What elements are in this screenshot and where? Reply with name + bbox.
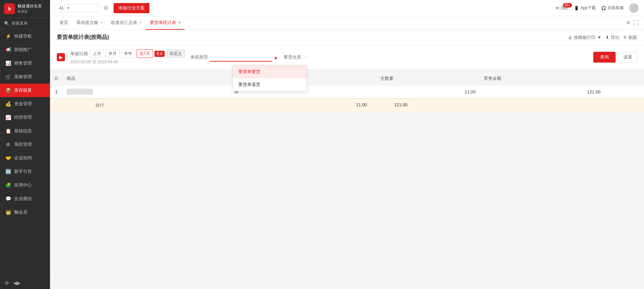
warehouse-dots-icon[interactable]: ···: [305, 54, 309, 60]
sidebar-item-basics[interactable]: 📋 基础信息: [0, 124, 50, 138]
tab-inventory-ledger-close[interactable]: ×: [100, 20, 103, 25]
query-button[interactable]: 查询: [593, 52, 616, 63]
filter-bar: ▶ 单据日期 上月 本月 本年 近7天 更多 自定义 2023-05-06 至 …: [50, 45, 644, 69]
col-settings: ⚙: [50, 72, 63, 85]
app-download-label: App下载: [580, 5, 596, 11]
tab-summary[interactable]: 收发存汇总表 ×: [107, 16, 146, 30]
filter-date-group: 单据日期 上月 本月 本年 近7天 更多 自定义 2023-05-06 至 20…: [70, 49, 185, 65]
data-table: ⚙ 商品 主计量单位 主数量 零售金额 1 商品名称信息: [50, 72, 644, 98]
table-row: 1 商品名称信息 块 11.00 121.00: [50, 85, 644, 98]
row-product: 商品名称信息: [63, 85, 230, 98]
filter-expand-button[interactable]: ▶: [57, 53, 65, 61]
sidebar-item-quick-nav[interactable]: ⚡ 快捷导航: [0, 29, 50, 43]
settings-bottom-icon[interactable]: ⚙: [5, 280, 9, 286]
sidebar-item-vip[interactable]: 👑 畅会员: [0, 205, 50, 219]
tab-inventory-ledger[interactable]: 库存批次账 ×: [72, 16, 107, 30]
main-area: 41 ▼ ⚙ 体验行业方案 ✉ 消息 99+ 📱 App下载 🎧 在线客服: [50, 0, 644, 289]
app-logo-icon: b: [4, 3, 15, 14]
type-filter-group: 单据类型 ▲: [190, 53, 278, 62]
date-more-tag[interactable]: 更多: [154, 51, 165, 57]
table-wrap: ⚙ 商品 主计量单位 主数量 零售金额 1 商品名称信息: [50, 72, 644, 98]
tabs-bar: 首页 库存批次账 × 收发存汇总表 × 要货单统计表 × ✕ ⛶: [50, 16, 644, 30]
date-btn-this-month[interactable]: 本月: [105, 49, 120, 58]
footer-label: 合计: [68, 102, 297, 108]
promo-button[interactable]: 体验行业方案: [114, 3, 149, 13]
date-btn-last-7[interactable]: 近7天: [137, 49, 153, 58]
tab-order-stats-label: 要货单统计表: [150, 20, 176, 26]
setting-button[interactable]: 设置: [618, 52, 637, 63]
sidebar-item-purchase[interactable]: 🛒 采购管理: [0, 70, 50, 84]
app-download-action[interactable]: 📱 App下载: [574, 5, 596, 11]
app-download-icon: 📱: [574, 6, 579, 10]
tab-order-stats-close[interactable]: ×: [178, 20, 181, 25]
sidebar-item-weixin[interactable]: 💬 企业微信: [0, 192, 50, 205]
sidebar-bottom-icons: ⚙ ◀▶: [5, 280, 21, 286]
topbar-right: ✉ 消息 99+ 📱 App下载 🎧 在线客服: [556, 3, 639, 13]
user-avatar[interactable]: [629, 3, 639, 13]
warehouse-filter-label: 要货仓库: [284, 54, 301, 60]
col-product: 商品: [63, 72, 230, 85]
page-content: 要货单统计表(按商品) 🖨 按模板打印 ▼ ⬇ 导出 ↻ 刷新 ▶: [50, 30, 644, 289]
sidebar-item-inventory[interactable]: 📦 库存核算: [0, 84, 50, 97]
sidebar-item-newbie[interactable]: 🆕 新手引导: [0, 165, 50, 178]
tab-inventory-ledger-label: 库存批次账: [76, 20, 98, 26]
sidebar-logo: b 畅捷通好生意 标准版: [0, 0, 50, 18]
date-custom-button[interactable]: 自定义: [167, 49, 185, 58]
sidebar-bottom: ⚙ ◀▶: [0, 276, 50, 289]
sidebar-item-system[interactable]: ⚙ 系统管理: [0, 138, 50, 151]
tab-order-stats[interactable]: 要货单统计表 ×: [146, 16, 185, 30]
sidebar-item-appstore[interactable]: 🧩 应用中心: [0, 178, 50, 192]
export-action[interactable]: ⬇ 导出: [605, 35, 619, 41]
tab-summary-close[interactable]: ×: [139, 20, 142, 25]
sidebar-item-collab[interactable]: 🤝 企业协同: [0, 151, 50, 165]
type-chevron-icon[interactable]: ▲: [273, 54, 278, 60]
footer-unit-empty: [297, 102, 337, 108]
type-filter-label: 单据类型: [190, 54, 208, 60]
dropdown-item-order-request[interactable]: 要货单要货: [233, 65, 307, 78]
type-input[interactable]: [210, 53, 272, 62]
online-service-label: 在线客服: [607, 5, 624, 11]
search-menu-item[interactable]: 🔍 搜索菜单: [0, 18, 50, 29]
tab-summary-label: 收发存汇总表: [111, 20, 137, 26]
page-header-actions: 🖨 按模板打印 ▼ ⬇ 导出 ↻ 刷新: [568, 35, 637, 45]
refresh-icon: ↻: [623, 35, 627, 40]
weixin-icon: 💬: [5, 195, 11, 202]
date-filter-label: 单据日期: [70, 51, 88, 57]
close-window-icon[interactable]: ✕: [626, 20, 630, 26]
type-selector-wrap: ▲: [210, 53, 278, 62]
date-btn-this-year[interactable]: 本年: [121, 49, 135, 58]
date-range-display: 2023-05-06 至 2023-06-06: [70, 59, 185, 65]
refresh-action[interactable]: ↻ 刷新: [623, 35, 637, 41]
print-action[interactable]: 🖨 按模板打印 ▼: [568, 35, 601, 41]
row-qty: 11.00: [376, 85, 480, 98]
export-icon: ⬇: [605, 35, 609, 40]
message-action[interactable]: ✉ 消息 99+: [556, 5, 569, 11]
dropdown-item-order-return[interactable]: 要货单退货: [233, 78, 307, 91]
sidebar-item-finance[interactable]: 💰 资金管理: [0, 97, 50, 111]
message-badge: 99+: [563, 3, 572, 7]
nav-list: ⚡ 快捷导航 📢 营销推广 📊 销售管理 🛒 采购管理 📦 库存核算 💰 资金管…: [0, 29, 50, 276]
print-icon: 🖨: [568, 35, 572, 40]
date-btn-last-month[interactable]: 上月: [90, 49, 104, 58]
online-service-action[interactable]: 🎧 在线客服: [601, 5, 624, 11]
table-gear-icon[interactable]: ⚙: [54, 75, 58, 82]
topbar-left: 41 ▼ ⚙ 体验行业方案: [55, 3, 149, 13]
sidebar-item-operations[interactable]: 📈 经营管理: [0, 111, 50, 124]
sidebar-item-marketing[interactable]: 📢 营销推广: [0, 43, 50, 57]
warehouse-filter-group: 要货仓库 ···: [284, 54, 309, 60]
footer-empty: [54, 102, 68, 108]
row-num: 1: [50, 85, 63, 98]
collapse-icon[interactable]: ◀▶: [13, 280, 21, 286]
tab-home[interactable]: 首页: [55, 16, 72, 30]
vip-icon: 👑: [5, 209, 11, 216]
footer-extra: [412, 102, 640, 108]
sidebar-item-sales[interactable]: 📊 销售管理: [0, 57, 50, 70]
topbar: 41 ▼ ⚙ 体验行业方案 ✉ 消息 99+ 📱 App下载 🎧 在线客服: [50, 0, 644, 16]
store-selector[interactable]: 41 ▼: [55, 4, 99, 12]
purchase-icon: 🛒: [5, 73, 11, 80]
topbar-settings-icon[interactable]: ⚙: [103, 5, 108, 11]
filter-actions: 查询 设置: [593, 52, 637, 63]
maximize-window-icon[interactable]: ⛶: [633, 20, 639, 26]
basics-icon: 📋: [5, 128, 11, 134]
print-chevron-icon: ▼: [597, 35, 601, 40]
